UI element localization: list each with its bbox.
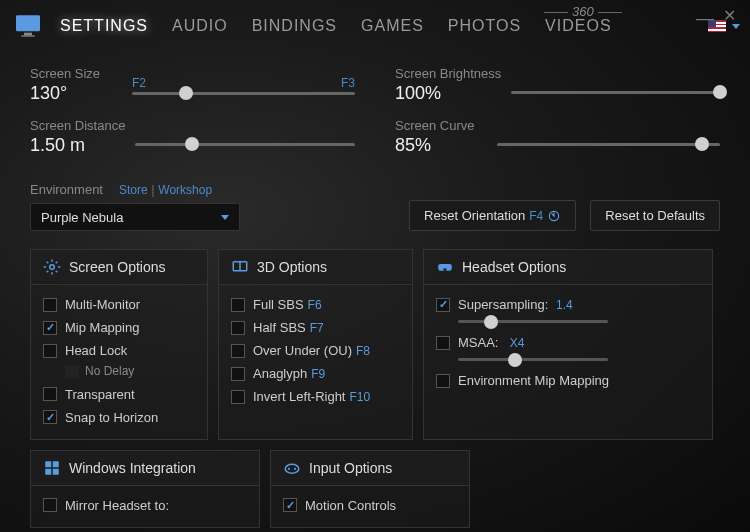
head-lock-checkbox[interactable]: Head Lock	[43, 339, 195, 362]
svg-rect-10	[53, 461, 59, 467]
screen-distance-control: Screen Distance 1.50 m	[30, 118, 355, 156]
windows-icon	[43, 459, 61, 477]
nav-games[interactable]: GAMES	[361, 17, 424, 35]
screen-size-control: Screen Size 130° F2F3	[30, 66, 355, 104]
3d-options-title: 3D Options	[257, 259, 327, 275]
svg-rect-1	[24, 33, 32, 36]
environment-selected: Purple Nebula	[41, 210, 123, 225]
nav-photos[interactable]: PHOTOS	[448, 17, 521, 35]
svg-point-13	[285, 464, 299, 473]
anaglyph-checkbox[interactable]: AnaglyphF9	[231, 362, 400, 385]
screen-size-slider[interactable]	[132, 92, 355, 95]
monitor-icon	[231, 258, 249, 276]
input-options-panel: Input Options Motion Controls	[270, 450, 470, 528]
close-button[interactable]: ✕	[723, 6, 736, 25]
screen-options-panel: Screen Options Multi-Monitor Mip Mapping…	[30, 249, 208, 440]
invert-lr-checkbox[interactable]: Invert Left-RightF10	[231, 385, 400, 408]
screen-brightness-slider[interactable]	[511, 91, 720, 94]
snap-horizon-checkbox[interactable]: Snap to Horizon	[43, 406, 195, 429]
svg-rect-12	[53, 469, 59, 475]
screen-curve-control: Screen Curve 85%	[395, 118, 720, 156]
minimize-button[interactable]: —	[696, 8, 714, 29]
supersampling-slider[interactable]	[458, 320, 608, 323]
screen-brightness-label: Screen Brightness	[395, 66, 501, 81]
screen-brightness-control: Screen Brightness 100%	[395, 66, 720, 104]
full-sbs-checkbox[interactable]: Full SBSF6	[231, 293, 400, 316]
svg-rect-11	[45, 469, 51, 475]
input-options-title: Input Options	[309, 460, 392, 476]
env-mip-mapping-checkbox[interactable]: Environment Mip Mapping	[436, 369, 700, 392]
3d-options-panel: 3D Options Full SBSF6 Half SBSF7 Over Un…	[218, 249, 413, 440]
windows-integration-panel: Windows Integration Mirror Headset to:	[30, 450, 260, 528]
svg-rect-2	[21, 35, 34, 36]
mirror-headset-checkbox[interactable]: Mirror Headset to:	[43, 494, 247, 517]
key-f2: F2	[132, 76, 146, 90]
svg-point-4	[50, 265, 55, 270]
reset-orientation-button[interactable]: Reset Orientation F4	[409, 200, 576, 231]
headset-options-title: Headset Options	[462, 259, 566, 275]
store-link[interactable]: Store	[119, 183, 148, 197]
svg-point-15	[294, 467, 296, 469]
badge-360: 360	[540, 4, 626, 19]
reset-defaults-button[interactable]: Reset to Defaults	[590, 200, 720, 231]
windows-integration-title: Windows Integration	[69, 460, 196, 476]
headset-options-panel: Headset Options Supersampling: 1.4 MSAA:…	[423, 249, 713, 440]
over-under-checkbox[interactable]: Over Under (OU)F8	[231, 339, 400, 362]
key-f3: F3	[341, 76, 355, 90]
chevron-down-icon	[221, 215, 229, 220]
multi-monitor-checkbox[interactable]: Multi-Monitor	[43, 293, 195, 316]
supersampling-checkbox[interactable]: Supersampling: 1.4	[436, 293, 700, 316]
gear-icon	[43, 258, 61, 276]
screen-brightness-value: 100%	[395, 83, 501, 104]
nav-bindings[interactable]: BINDINGS	[252, 17, 337, 35]
svg-rect-0	[16, 15, 40, 31]
no-delay-option[interactable]: No Delay	[65, 362, 195, 383]
screen-distance-slider[interactable]	[135, 143, 355, 146]
svg-rect-9	[45, 461, 51, 467]
motion-controls-checkbox[interactable]: Motion Controls	[283, 494, 457, 517]
nav-settings[interactable]: SETTINGS	[60, 17, 148, 35]
top-bar: SETTINGS AUDIO BINDINGS GAMES PHOTOS VID…	[0, 0, 750, 52]
half-sbs-checkbox[interactable]: Half SBSF7	[231, 316, 400, 339]
screen-curve-slider[interactable]	[497, 143, 720, 146]
screen-size-value: 130°	[30, 83, 122, 104]
mip-mapping-checkbox[interactable]: Mip Mapping	[43, 316, 195, 339]
refresh-icon	[547, 209, 561, 223]
screen-distance-label: Screen Distance	[30, 118, 125, 133]
environment-dropdown[interactable]: Purple Nebula	[30, 203, 240, 231]
nav-audio[interactable]: AUDIO	[172, 17, 228, 35]
transparent-checkbox[interactable]: Transparent	[43, 383, 195, 406]
svg-rect-8	[444, 269, 447, 271]
screen-curve-value: 85%	[395, 135, 487, 156]
msaa-checkbox[interactable]: MSAA: X4	[436, 331, 700, 354]
screen-options-title: Screen Options	[69, 259, 166, 275]
controller-icon	[283, 459, 301, 477]
workshop-link[interactable]: Workshop	[158, 183, 212, 197]
vr-headset-icon	[436, 258, 454, 276]
environment-label: Environment	[30, 182, 103, 197]
svg-point-14	[288, 467, 290, 469]
nav-videos[interactable]: VIDEOS	[545, 17, 611, 35]
screen-curve-label: Screen Curve	[395, 118, 474, 133]
screen-distance-value: 1.50 m	[30, 135, 125, 156]
msaa-slider[interactable]	[458, 358, 608, 361]
screen-size-label: Screen Size	[30, 66, 100, 81]
main-nav: SETTINGS AUDIO BINDINGS GAMES PHOTOS VID…	[60, 17, 708, 35]
app-logo	[10, 8, 46, 44]
